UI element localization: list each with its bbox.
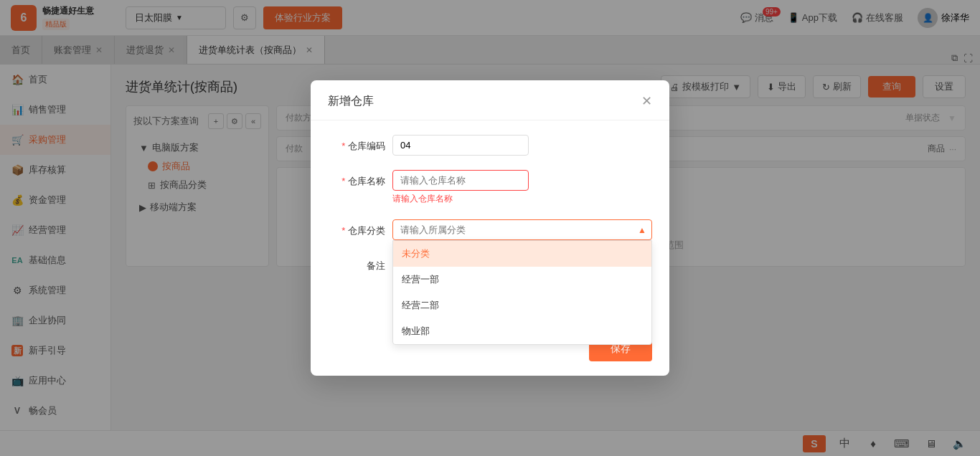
dropdown-item-dept2[interactable]: 经营二部: [393, 293, 651, 318]
name-input-wrapper: 请输入仓库名称: [392, 170, 652, 205]
category-dropdown-toggle[interactable]: ▲: [638, 225, 646, 235]
modal-body: * 仓库编码 * 仓库名称 请输入仓库名称: [311, 120, 669, 328]
form-row-code: * 仓库编码: [328, 135, 652, 156]
name-label: * 仓库名称: [328, 170, 392, 188]
category-label: * 仓库分类: [328, 219, 392, 237]
form-row-category: * 仓库分类 ▲ 未分类 经营一部 经营二部 物业部: [328, 219, 652, 240]
category-input[interactable]: [392, 219, 652, 240]
remark-label: 备注: [328, 255, 392, 272]
form-row-name: * 仓库名称 请输入仓库名称: [328, 170, 652, 205]
category-dropdown-list: 未分类 经营一部 经营二部 物业部: [392, 240, 652, 345]
name-error-msg: 请输入仓库名称: [392, 193, 652, 205]
code-label: * 仓库编码: [328, 135, 392, 153]
modal-close-button[interactable]: ✕: [641, 93, 652, 109]
modal-overlay[interactable]: 新增仓库 ✕ * 仓库编码 * 仓库名称: [0, 0, 980, 456]
dropdown-item-dept3[interactable]: 物业部: [393, 318, 651, 344]
category-input-wrapper: ▲ 未分类 经营一部 经营二部 物业部: [392, 219, 652, 240]
code-input[interactable]: [392, 135, 529, 156]
dropdown-item-uncategorized[interactable]: 未分类: [393, 241, 651, 267]
modal-header: 新增仓库 ✕: [311, 80, 669, 120]
code-input-wrapper: [392, 135, 652, 156]
name-input[interactable]: [392, 170, 529, 191]
modal-title: 新增仓库: [328, 94, 374, 109]
dropdown-item-dept1[interactable]: 经营一部: [393, 267, 651, 293]
modal-add-warehouse: 新增仓库 ✕ * 仓库编码 * 仓库名称: [311, 80, 669, 376]
